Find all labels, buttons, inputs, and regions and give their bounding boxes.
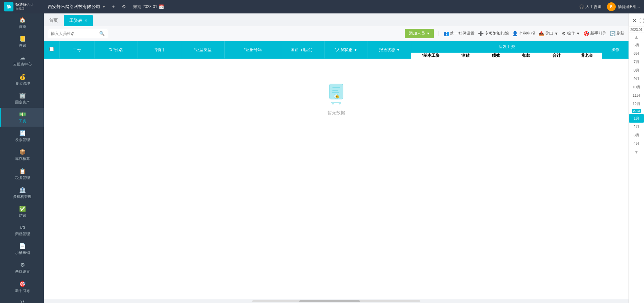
month-2023-2[interactable]: 2月 (629, 123, 644, 131)
sidebar-item-invoice[interactable]: 🧾 发票管理 (0, 127, 44, 145)
svg-point-8 (339, 102, 341, 104)
sidebar-item-fund[interactable]: 💰 资金管理 (0, 70, 44, 89)
month-5[interactable]: 5月 (629, 41, 644, 49)
th-base-salary: *基本工资 (411, 53, 450, 59)
archive-icon: 🗂 (20, 224, 25, 230)
refresh-action[interactable]: 🔄 刷新 (610, 31, 624, 36)
th-id-num: *证据号码 (225, 41, 281, 59)
scrollbar-track (252, 300, 420, 302)
calendar-icon[interactable]: 📅 (159, 4, 164, 9)
empty-state-cell: 😐 暂无数据 (44, 58, 629, 136)
invoice-icon: 🧾 (19, 130, 26, 136)
user-name: 畅捷通B组... (618, 4, 640, 10)
scroll-down-icon[interactable]: ▼ (633, 148, 640, 156)
sidebar-item-vip[interactable]: V 畅会员 (0, 296, 44, 303)
social-security-label: 统一社保设置 (450, 31, 475, 36)
salary-icon: 💵 (19, 111, 26, 118)
close-account-icon: ✅ (19, 206, 26, 212)
sidebar-item-multi-org[interactable]: 🏦 多机构管理 (0, 183, 44, 202)
ledger-icon: 📒 (19, 36, 26, 42)
header-actions: ＋ ⚙ 账期 2023-01 📅 (110, 3, 164, 10)
empty-state: 😐 暂无数据 (44, 59, 629, 136)
sidebar-item-close-account[interactable]: ✅ 结账 (0, 202, 44, 221)
sidebar-item-salary[interactable]: 💵 工资 (0, 108, 44, 127)
search-input[interactable] (51, 31, 98, 36)
special-deduction-action[interactable]: ➕ 专项附加扣除 (478, 31, 509, 36)
search-icon[interactable]: 🔍 (99, 31, 105, 36)
export-action[interactable]: 📤 导出 ▼ (538, 31, 558, 36)
sidebar-label-guide: 新手引导 (15, 289, 30, 293)
social-security-icon: 👥 (444, 31, 449, 36)
logo-area: 畅 畅通好会计 旗舰版 (4, 2, 48, 11)
export-chevron-icon: ▼ (554, 31, 558, 36)
th-checkbox[interactable] (44, 41, 60, 59)
service-button[interactable]: 🎧 人工咨询 (579, 4, 602, 10)
operation-action[interactable]: ⚙ 操作 ▼ (562, 31, 580, 36)
right-panel: ✕ ⛶ 2023.01 ▲ 5月 6月 7月 8月 9月 10月 11月 12月… (629, 13, 644, 303)
month-2023-4[interactable]: 4月 (629, 139, 644, 148)
month-2023-1[interactable]: 1月 (629, 114, 644, 123)
add-icon-btn[interactable]: ＋ (110, 3, 117, 10)
month-6[interactable]: 6月 (629, 49, 644, 58)
sidebar-item-cloud-report[interactable]: ☁ 云报表中心 (0, 51, 44, 70)
month-9[interactable]: 9月 (629, 75, 644, 83)
expense-icon: 📄 (19, 243, 26, 249)
period-label: 账期 2023-01 📅 (133, 4, 164, 10)
refresh-icon: 🔄 (610, 31, 615, 36)
horizontal-scrollbar[interactable] (44, 299, 629, 303)
month-2023-3[interactable]: 3月 (629, 131, 644, 139)
current-period-label: 2023.01 (629, 27, 644, 33)
th-id-type: *证型类型 (181, 41, 225, 59)
settings-icon-btn[interactable]: ⚙ (120, 3, 128, 10)
tab-salary-close-icon[interactable]: ✕ (84, 18, 87, 23)
social-security-action[interactable]: 👥 统一社保设置 (444, 31, 475, 36)
toolbar: 🔍 添加人员 ▼ 👥 统一社保设置 ➕ 专项附加扣除 👤 个税申报 (44, 26, 629, 41)
tax-report-label: 个税申报 (519, 31, 535, 36)
sidebar-label-home: 首页 (19, 25, 26, 29)
sidebar-item-inventory[interactable]: 📦 库存核算 (0, 145, 44, 164)
sidebar-item-settings[interactable]: ⚙ 基础设置 (0, 258, 44, 277)
add-person-button[interactable]: 添加人员 ▼ (405, 29, 434, 38)
svg-rect-2 (332, 90, 338, 91)
panel-close-icon[interactable]: ✕ (631, 16, 638, 25)
add-person-label: 添加人员 (409, 31, 425, 36)
year-2023-badge: 2023 (632, 109, 641, 113)
select-all-checkbox[interactable] (49, 47, 54, 51)
company-selector[interactable]: 西安虾米网络科技有限公司 ▼ (48, 4, 106, 10)
panel-expand-icon[interactable]: ⛶ (638, 17, 644, 25)
guide-action[interactable]: 🎯 新手引导 (583, 31, 606, 36)
month-12[interactable]: 12月 (629, 100, 644, 108)
user-avatar: B (607, 2, 616, 11)
export-label: 导出 (545, 31, 553, 36)
month-8[interactable]: 8月 (629, 66, 644, 75)
inventory-icon: 📦 (19, 149, 26, 155)
panel-top-actions: ✕ ⛶ (629, 15, 644, 27)
tab-home[interactable]: 首页 (44, 15, 63, 26)
guide-icon: 🎯 (19, 281, 26, 287)
logo-sub: 旗舰版 (15, 7, 34, 11)
month-11[interactable]: 11月 (629, 91, 644, 100)
assets-icon: 🏢 (19, 92, 26, 99)
th-id: 工号 (60, 41, 94, 59)
th-action: 操作 (602, 41, 629, 59)
sidebar-label-inventory: 库存核算 (15, 157, 30, 161)
logo-text-block: 畅通好会计 旗舰版 (15, 2, 34, 11)
operation-chevron-icon: ▼ (576, 31, 580, 36)
sidebar-item-expense[interactable]: 📄 小畅报销 (0, 240, 44, 258)
tab-salary[interactable]: 工资表 ✕ (64, 15, 93, 26)
top-header: 畅 畅通好会计 旗舰版 西安虾米网络科技有限公司 ▼ ＋ ⚙ 账期 2023-0… (0, 0, 644, 13)
sidebar-item-tax[interactable]: 📋 税务管理 (0, 165, 44, 183)
month-10[interactable]: 10月 (629, 83, 644, 91)
guide-toolbar-icon: 🎯 (583, 31, 589, 36)
sidebar-item-ledger[interactable]: 📒 总账 (0, 32, 44, 51)
scrollbar-thumb[interactable] (299, 300, 360, 302)
svg-rect-3 (332, 92, 339, 93)
sidebar-item-archive[interactable]: 🗂 归档管理 (0, 221, 44, 240)
scroll-up-icon[interactable]: ▲ (633, 33, 640, 41)
th-report-status: 报送状态 ▼ (368, 41, 411, 59)
month-7[interactable]: 7月 (629, 58, 644, 66)
sidebar-item-guide[interactable]: 🎯 新手引导 (0, 277, 44, 296)
sidebar-item-home[interactable]: 🏠 首页 (0, 13, 44, 32)
sidebar-item-fixed-assets[interactable]: 🏢 固定资产 (0, 89, 44, 108)
tax-report-action[interactable]: 👤 个税申报 (512, 31, 535, 36)
